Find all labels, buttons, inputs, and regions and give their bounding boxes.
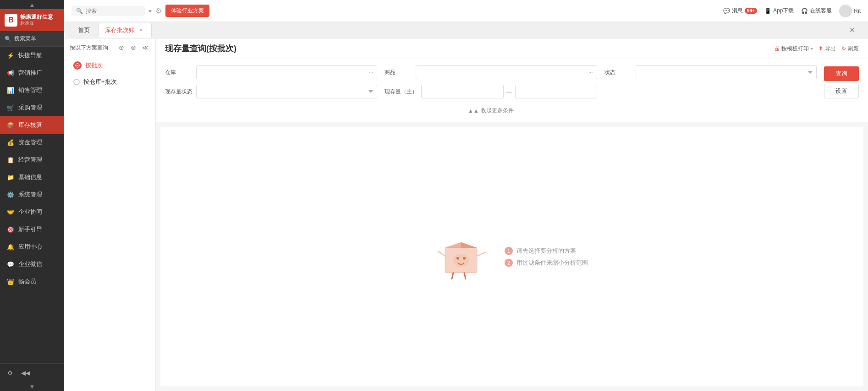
messages-label: 消息	[732, 7, 743, 15]
topbar-right: 💬 消息 99+ 📱 App下载 🎧 在线客服 Rit	[723, 5, 861, 17]
sidebar-search-label: 搜索菜单	[14, 35, 36, 43]
nav-icon-7: 📁	[6, 173, 15, 181]
nav-label-12: 企业微信	[18, 260, 42, 268]
stock-qty-min[interactable]	[421, 85, 503, 98]
filter-settings-icon[interactable]: ⊛	[129, 43, 138, 52]
trial-button[interactable]: 体验行业方案	[165, 5, 209, 17]
warehouse-input-wrapper: ···	[196, 65, 377, 79]
sidebar-item-系统管理[interactable]: ⚙️系统管理	[0, 186, 64, 203]
filter-field-warehouse: 仓库 ···	[165, 65, 377, 79]
user-area[interactable]: Rit	[839, 5, 861, 17]
sidebar-company: 畅康通好生意	[20, 14, 53, 20]
svg-line-7	[452, 273, 453, 279]
collapse-row[interactable]: ▲▲ 收起更多条件	[165, 104, 817, 115]
headset-icon: 🎧	[801, 8, 808, 14]
print-action[interactable]: 🖨 按模板打印 ▾	[774, 45, 813, 53]
nav-label-2: 销售管理	[18, 86, 42, 94]
messages-button[interactable]: 💬 消息 99+	[723, 7, 757, 15]
sidebar-item-新手引导[interactable]: 🎯新手引导	[0, 221, 64, 238]
product-field-icon[interactable]: ···	[585, 69, 597, 76]
sidebar-item-库存核算[interactable]: 📦库存核算	[0, 116, 64, 134]
sidebar-scroll-up[interactable]: ▲	[0, 0, 64, 9]
user-avatar	[839, 5, 852, 17]
print-dropdown-icon[interactable]: ▾	[811, 46, 813, 51]
export-label: 导出	[825, 45, 836, 53]
tab-home-label: 首页	[78, 26, 90, 34]
nav-icon-5: 💰	[6, 138, 15, 147]
tab-close-icon[interactable]: ×	[137, 27, 145, 34]
filter-add-icon[interactable]: ⊕	[117, 43, 126, 52]
sidebar-item-应用中心[interactable]: 🔔应用中心	[0, 238, 64, 255]
settings-icon[interactable]: ⚙	[5, 367, 16, 378]
stock-status-select[interactable]	[196, 85, 377, 98]
hint-text-1: 请先选择要分析的方案	[516, 247, 576, 255]
message-icon: 💬	[723, 8, 730, 14]
online-service-label: 在线客服	[810, 7, 832, 15]
sidebar-scroll-down[interactable]: ▼	[0, 382, 64, 391]
filter-item-warehouse-batch[interactable]: 按仓库+批次	[64, 74, 155, 90]
messages-badge: 99+	[745, 8, 757, 14]
refresh-icon: ↻	[841, 45, 846, 52]
hint-number-1: 1	[505, 247, 513, 255]
nav-label-11: 应用中心	[18, 243, 42, 251]
topbar-search-input[interactable]	[86, 8, 132, 14]
filter-collapse-icon[interactable]: ≪	[141, 43, 150, 52]
sidebar-logo: B	[5, 14, 17, 27]
nav-icon-4: 📦	[6, 121, 15, 129]
sidebar-item-销售管理[interactable]: 📊销售管理	[0, 81, 64, 99]
status-select[interactable]	[636, 65, 817, 79]
stock-qty-max[interactable]	[515, 85, 597, 98]
sidebar-item-营销推广[interactable]: 📢营销推广	[0, 64, 64, 81]
sidebar-item-基础信息[interactable]: 📁基础信息	[0, 168, 64, 186]
sidebar-item-采购管理[interactable]: 🛒采购管理	[0, 99, 64, 116]
nav-label-9: 企业协同	[18, 208, 42, 216]
filter-row-1: 仓库 ··· 商品 ···	[165, 65, 817, 79]
settings-button[interactable]: 设置	[824, 84, 859, 98]
svg-point-4	[453, 254, 469, 267]
sidebar-search[interactable]: 🔍 搜索菜单	[0, 31, 64, 47]
nav-icon-6: 📋	[6, 156, 15, 164]
tab-close-right-icon[interactable]: ✕	[844, 26, 861, 34]
filter-panel-title: 按以下方案查询	[70, 44, 108, 52]
stock-qty-label: 现存量（主）	[385, 88, 418, 96]
app-download-button[interactable]: 📱 App下载	[764, 7, 794, 15]
warehouse-field-icon[interactable]: ···	[365, 69, 377, 76]
filter-item-batch[interactable]: 按批次	[64, 57, 155, 74]
sidebar-item-经营管理[interactable]: 📋经营管理	[0, 151, 64, 168]
sidebar-item-资金管理[interactable]: 💰资金管理	[0, 134, 64, 151]
sidebar-item-企业微信[interactable]: 💬企业微信	[0, 255, 64, 273]
print-label: 按模板打印	[781, 45, 809, 53]
svg-line-8	[464, 273, 466, 279]
phone-icon: 📱	[764, 8, 771, 14]
range-dash: —	[506, 88, 512, 95]
tab-inventory-batch[interactable]: 库存批次账 ×	[98, 23, 152, 38]
filter-panel-header: 按以下方案查询 ⊕ ⊛ ≪	[64, 38, 155, 57]
topbar-search-bar[interactable]: 🔍	[71, 6, 145, 16]
filter-field-status: 状态	[604, 65, 817, 79]
nav-icon-0: ⚡	[6, 51, 15, 60]
export-icon: ⬆	[819, 45, 823, 52]
query-actions: 查询 设置	[824, 65, 859, 98]
collapse-icon[interactable]: ◀◀	[20, 367, 31, 378]
warehouse-input[interactable]	[197, 67, 365, 78]
topbar-dropdown-icon[interactable]: ▾	[148, 7, 152, 15]
sidebar-item-快捷导航[interactable]: ⚡快捷导航	[0, 47, 64, 64]
tab-home[interactable]: 首页	[71, 23, 96, 37]
empty-illustration	[436, 229, 491, 284]
stock-status-label: 现存量状态	[165, 88, 192, 96]
topbar-settings-icon[interactable]: ⚙	[155, 6, 162, 15]
product-input[interactable]	[416, 67, 584, 78]
stock-qty-range: —	[421, 85, 597, 98]
query-button[interactable]: 查询	[824, 66, 859, 81]
empty-hint-1: 1 请先选择要分析的方案	[505, 247, 588, 255]
svg-line-9	[438, 251, 445, 256]
sidebar-item-企业协同[interactable]: 🤝企业协同	[0, 203, 64, 221]
export-action[interactable]: ⬆ 导出	[819, 45, 836, 53]
refresh-action[interactable]: ↻ 刷新	[841, 45, 859, 53]
warehouse-label: 仓库	[165, 69, 192, 76]
nav-icon-10: 🎯	[6, 225, 15, 234]
sidebar-item-畅会员[interactable]: 👑畅会员	[0, 273, 64, 290]
collapse-label: 收起更多条件	[481, 107, 514, 114]
online-service-button[interactable]: 🎧 在线客服	[801, 7, 832, 15]
product-input-wrapper: ···	[416, 65, 597, 79]
